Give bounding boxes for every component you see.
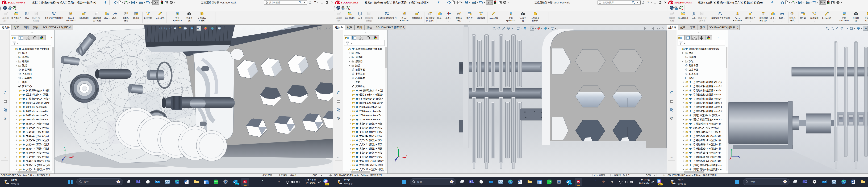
svg-text:X: X <box>72 155 74 157</box>
svg-text:2018: 2018 <box>244 182 247 183</box>
svg-text:W: W <box>185 181 187 183</box>
svg-text:SW: SW <box>244 180 246 182</box>
svg-text:LINE: LINE <box>548 181 551 183</box>
svg-text:T: T <box>136 181 138 183</box>
svg-text:LINE: LINE <box>214 181 218 183</box>
svg-text:CW: CW <box>676 7 677 8</box>
svg-text:z: z <box>320 181 321 182</box>
svg-text:Y: Y <box>64 147 65 149</box>
svg-text:CW: CW <box>342 7 344 8</box>
svg-text:Y: Y <box>730 147 732 149</box>
svg-text:CW: CW <box>9 7 10 8</box>
svg-text:Z: Z <box>739 156 740 158</box>
svg-text:WORKS: WORKS <box>16 1 25 4</box>
svg-text:SOLID: SOLID <box>674 1 682 4</box>
svg-text:A: A <box>686 61 687 62</box>
svg-text:T: T <box>803 181 804 183</box>
svg-text:A: A <box>352 66 353 67</box>
svg-text:W: W <box>518 181 520 183</box>
svg-text:SOLID: SOLID <box>341 1 349 4</box>
svg-text:!: ! <box>177 14 178 15</box>
svg-text:T: T <box>470 181 471 183</box>
svg-text:SOLID: SOLID <box>8 1 16 4</box>
svg-text:X: X <box>406 155 407 157</box>
svg-text:2018: 2018 <box>578 182 580 183</box>
svg-text:z: z <box>319 181 320 183</box>
svg-text:z: z <box>653 181 654 182</box>
svg-text:z: z <box>652 181 653 183</box>
svg-text:Z: Z <box>61 160 63 162</box>
svg-text:A: A <box>19 66 20 67</box>
svg-text:WORKS: WORKS <box>349 1 359 4</box>
svg-text:Z: Z <box>395 160 396 162</box>
svg-text:!: ! <box>510 14 511 15</box>
svg-text:W: W <box>851 181 854 183</box>
svg-text:Y: Y <box>397 147 398 149</box>
svg-text:!: ! <box>844 14 844 15</box>
svg-text:SW: SW <box>577 180 580 182</box>
svg-text:WORKS: WORKS <box>682 1 692 4</box>
